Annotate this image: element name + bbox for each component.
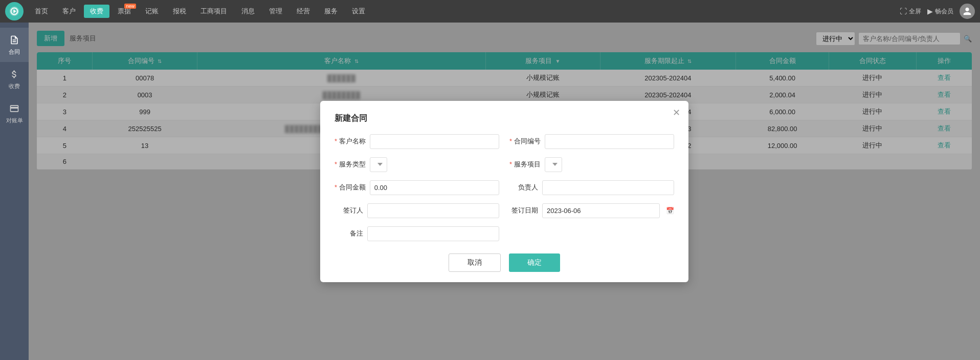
contract-no-label: 合同编号 [509, 137, 541, 146]
top-nav-right: ⛶ 全屏 ▶ 畅会员 [900, 4, 975, 19]
sidebar-item-bill[interactable]: 对账单 [0, 96, 29, 131]
customer-name-input[interactable] [370, 134, 499, 149]
nav-operation[interactable]: 经营 [291, 5, 316, 18]
nav-bookkeeping[interactable]: 记账 [139, 5, 165, 18]
service-type-label: 服务类型 [335, 160, 366, 169]
nav-settings[interactable]: 设置 [346, 5, 371, 18]
nav-home[interactable]: 首页 [29, 5, 54, 18]
nav-invoice[interactable]: 票据 new [112, 5, 137, 18]
member-button[interactable]: ▶ 畅会员 [927, 7, 953, 16]
contract-icon [8, 34, 20, 46]
sidebar-item-contract[interactable]: 合同 [0, 28, 29, 62]
fullscreen-button[interactable]: ⛶ 全屏 [900, 7, 921, 16]
bill-icon [8, 102, 20, 115]
nav-manage[interactable]: 管理 [263, 5, 288, 18]
form-group-customer: 客户名称 [335, 134, 499, 149]
signer-input[interactable] [367, 203, 499, 218]
form-group-sign-date: 签订日期 📅 [509, 203, 674, 218]
fee-icon [8, 68, 20, 80]
app-logo [5, 2, 24, 20]
form-group-remarks: 备注 [335, 226, 499, 241]
form-row-5: 备注 [335, 226, 674, 241]
form-row-2: 服务类型 服务项目 [335, 157, 674, 172]
sign-date-label: 签订日期 [509, 206, 538, 215]
responsible-person-label: 负责人 [509, 183, 538, 192]
remarks-label: 备注 [335, 229, 363, 238]
modal-footer: 取消 确定 [335, 253, 674, 272]
form-row-3: 合同金额 负责人 [335, 180, 674, 195]
nav-service[interactable]: 服务 [318, 5, 344, 18]
contract-amount-label: 合同金额 [335, 183, 366, 192]
confirm-button[interactable]: 确定 [509, 253, 560, 272]
responsible-person-input[interactable] [542, 180, 674, 195]
service-type-select[interactable] [370, 157, 387, 172]
new-badge: new [124, 4, 136, 9]
form-group-service-item: 服务项目 [509, 157, 674, 172]
nav-customer[interactable]: 客户 [56, 5, 82, 18]
form-group-contract-no: 合同编号 [509, 134, 674, 149]
user-avatar[interactable] [960, 4, 975, 19]
calendar-icon[interactable]: 📅 [666, 207, 674, 215]
new-contract-modal: 新建合同 ✕ 客户名称 合同编号 服务类型 [320, 101, 688, 282]
sidebar-label-bill: 对账单 [6, 117, 23, 124]
contract-no-input[interactable] [545, 134, 674, 149]
signer-label: 签订人 [335, 206, 363, 215]
form-group-service-type: 服务类型 [335, 157, 499, 172]
service-type-wrapper [370, 157, 499, 172]
form-row-1: 客户名称 合同编号 [335, 134, 674, 149]
nav-tax[interactable]: 报税 [167, 5, 192, 18]
sidebar-label-fee: 收费 [9, 82, 20, 90]
nav-items: 首页 客户 收费 票据 new 记账 报税 工商项目 消息 管理 经营 服务 设… [29, 5, 900, 18]
form-group-signer: 签订人 [335, 203, 499, 218]
service-item-select[interactable] [545, 157, 562, 172]
cancel-button[interactable]: 取消 [449, 253, 501, 272]
sidebar-item-fee[interactable]: 收费 [0, 62, 29, 96]
contract-amount-input[interactable] [370, 180, 499, 195]
main-content: 新增 服务项目 进行中 已完成 已终止 🔍 序号 合同编号 ⇅ 客户名称 ⇅ 服… [29, 23, 980, 360]
nav-message[interactable]: 消息 [235, 5, 261, 18]
top-navigation: 首页 客户 收费 票据 new 记账 报税 工商项目 消息 管理 经营 服务 设… [0, 0, 980, 23]
form-row-4: 签订人 签订日期 📅 [335, 203, 674, 218]
sign-date-input[interactable] [542, 203, 660, 218]
service-item-label: 服务项目 [509, 160, 541, 169]
service-item-wrapper [545, 157, 674, 172]
remarks-input[interactable] [367, 226, 499, 241]
nav-business[interactable]: 工商项目 [194, 5, 233, 18]
main-layout: 合同 收费 对账单 新增 服务项目 进行中 已完成 已终止 [0, 23, 980, 360]
form-group-amount: 合同金额 [335, 180, 499, 195]
sidebar: 合同 收费 对账单 [0, 23, 29, 360]
sidebar-label-contract: 合同 [9, 48, 20, 56]
form-group-responsible: 负责人 [509, 180, 674, 195]
modal-title: 新建合同 [335, 113, 674, 124]
modal-overlay: 新建合同 ✕ 客户名称 合同编号 服务类型 [29, 23, 980, 360]
modal-close-button[interactable]: ✕ [673, 108, 680, 117]
customer-name-label: 客户名称 [335, 137, 366, 146]
nav-fee[interactable]: 收费 [84, 5, 109, 18]
